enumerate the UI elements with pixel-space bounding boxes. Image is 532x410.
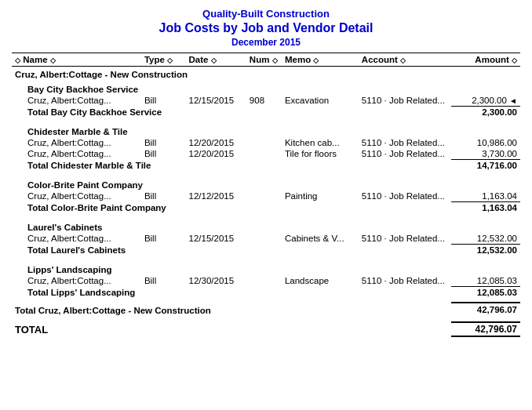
report-title: Quality-Built Construction xyxy=(12,8,520,20)
table-row: Cruz, Albert:Cottag... Bill 12/15/2015 C… xyxy=(12,233,520,245)
vendor-header: Chidester Marble & Tile xyxy=(12,122,520,137)
vendor-header: Bay City Backhoe Service xyxy=(12,80,520,95)
col-header-num: Num ◇ xyxy=(246,53,282,67)
col-header-amount: Amount ◇ xyxy=(451,53,520,67)
vendor-subtotal: Total Color-Brite Paint Company 1,163.04 xyxy=(12,202,520,214)
table-row: Cruz, Albert:Cottag... Bill 12/20/2015 K… xyxy=(12,137,520,148)
col-header-type: Type ◇ xyxy=(141,53,186,67)
vendor-subtotal: Total Bay City Backhoe Service 2,300.00 xyxy=(12,107,520,118)
grand-total-row: TOTAL 42,796.07 xyxy=(12,322,520,336)
vendor-subtotal: Total Laurel's Cabinets 12,532.00 xyxy=(12,245,520,256)
table-row: Cruz, Albert:Cottag... Bill 12/20/2015 T… xyxy=(12,148,520,160)
col-header-date: Date ◇ xyxy=(186,53,246,67)
vendor-header: Laurel's Cabinets xyxy=(12,218,520,233)
col-header-name: ◇ Name ◇ xyxy=(12,53,141,67)
vendor-subtotal: Total Lipps' Landscaping 12,085.03 xyxy=(12,287,520,299)
table-row: Cruz, Albert:Cottag... Bill 12/30/2015 L… xyxy=(12,275,520,287)
col-header-account: Account ◇ xyxy=(359,53,452,67)
col-header-memo: Memo ◇ xyxy=(282,53,359,67)
report-period: December 2015 xyxy=(12,37,520,48)
spacer-row xyxy=(12,316,520,322)
job-group-header: Cruz, Albert:Cottage - New Construction xyxy=(12,67,520,81)
vendor-header: Lipps' Landscaping xyxy=(12,260,520,275)
report-subtitle: Job Costs by Job and Vendor Detail xyxy=(12,21,520,35)
table-row: Cruz, Albert:Cottag... Bill 12/12/2015 P… xyxy=(12,190,520,202)
table-row: Cruz, Albert:Cottag... Bill 12/15/2015 9… xyxy=(12,95,520,107)
vendor-header: Color-Brite Paint Company xyxy=(12,176,520,190)
job-total-row: Total Cruz, Albert:Cottage - New Constru… xyxy=(12,303,520,316)
vendor-subtotal: Total Chidester Marble & Tile 14,716.00 xyxy=(12,160,520,172)
